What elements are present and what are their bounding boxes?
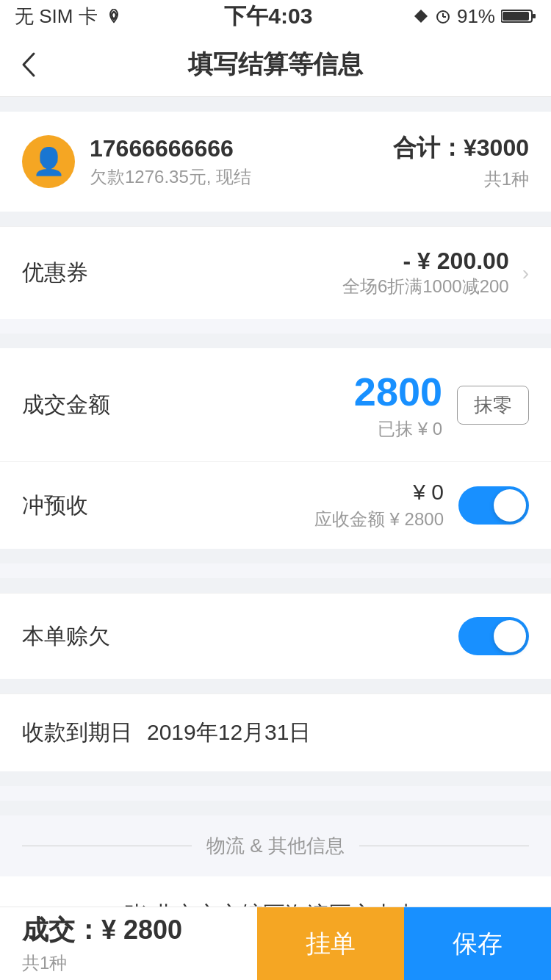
prepay-toggle[interactable] (458, 486, 529, 525)
svg-rect-5 (533, 14, 536, 18)
bottom-summary: 成交：¥ 2800 共1种 (0, 912, 257, 975)
avatar: 👤 (22, 135, 75, 188)
coupon-desc: 全场6折满1000减200 (342, 275, 509, 298)
coupon-row[interactable]: 优惠券 - ¥ 200.00 全场6折满1000减200 › (0, 226, 551, 319)
due-date-row: 收款到期日 2019年12月31日 (0, 693, 551, 771)
bottom-deal-amount: ¥ 2800 (101, 915, 182, 945)
save-button[interactable]: 保存 (404, 907, 551, 981)
amount-row: 成交金额 2800 已抹 ¥ 0 抹零 (0, 348, 551, 462)
nav-bar: 填写结算等信息 (0, 32, 551, 97)
separator-3 (0, 786, 551, 801)
deferred-row: 本单赊欠 (0, 593, 551, 679)
alarm-icon (435, 8, 451, 24)
avatar-icon: 👤 (32, 146, 65, 177)
prepay-value: ¥ 0 (314, 480, 444, 505)
prepay-sub: 应收金额 ¥ 2800 (314, 508, 444, 531)
due-date-value: 2019年12月31日 (147, 718, 311, 748)
divider-line-right (359, 846, 529, 846)
status-bar: 无 SIM 卡 下午4:03 91% (0, 0, 551, 32)
back-button[interactable] (21, 51, 37, 79)
battery-icon (501, 8, 536, 24)
deferred-toggle-knob (494, 620, 526, 652)
page-title: 填写结算等信息 (188, 48, 363, 82)
chevron-right-icon: › (522, 262, 529, 285)
deferred-label: 本单赊欠 (22, 621, 110, 652)
amount-label: 成交金额 (22, 390, 110, 420)
bottom-bar: 成交：¥ 2800 共1种 挂单 保存 (0, 907, 551, 980)
status-left: 无 SIM 卡 (15, 4, 124, 29)
divider-line-left (22, 846, 192, 846)
sim-status: 无 SIM 卡 (15, 4, 98, 29)
bottom-deal: 成交：¥ 2800 (22, 912, 235, 948)
wifi-icon (104, 9, 124, 24)
separator-1 (0, 319, 551, 334)
separator-2 (0, 563, 551, 578)
prepay-row: 冲预收 ¥ 0 应收金额 ¥ 2800 (0, 462, 551, 549)
bottom-count: 共1种 (22, 951, 235, 975)
status-right: 91% (413, 5, 536, 28)
amount-section: 成交金额 2800 已抹 ¥ 0 抹零 冲预收 ¥ 0 应收金额 ¥ 2800 (0, 348, 551, 549)
status-time: 下午4:03 (224, 1, 312, 32)
toggle-knob (494, 489, 526, 522)
total-price: 合计：¥3000 (393, 132, 529, 165)
user-desc: 欠款1276.35元, 现结 (90, 165, 251, 189)
prepay-label: 冲预收 (22, 491, 88, 521)
due-date-label: 收款到期日 (22, 718, 132, 748)
amount-value: 2800 (354, 369, 442, 414)
battery-percent: 91% (457, 5, 495, 28)
user-phone: 17666666666 (90, 135, 251, 162)
total-count: 共1种 (393, 167, 529, 191)
coupon-value: - ¥ 200.00 (342, 248, 509, 275)
location-icon (413, 8, 429, 24)
logistics-header-text: 物流 & 其他信息 (206, 833, 345, 859)
deferred-toggle[interactable] (458, 617, 529, 655)
round-button[interactable]: 抹零 (457, 386, 529, 425)
svg-rect-4 (503, 12, 529, 21)
logistics-section-header: 物流 & 其他信息 (0, 815, 551, 876)
bottom-deal-label: 成交： (22, 915, 101, 945)
amount-sub: 已抹 ¥ 0 (354, 417, 442, 441)
coupon-label: 优惠券 (22, 258, 88, 288)
pending-button[interactable]: 挂单 (257, 907, 404, 981)
user-info-row: 👤 17666666666 欠款1276.35元, 现结 合计：¥3000 共1… (0, 112, 551, 212)
